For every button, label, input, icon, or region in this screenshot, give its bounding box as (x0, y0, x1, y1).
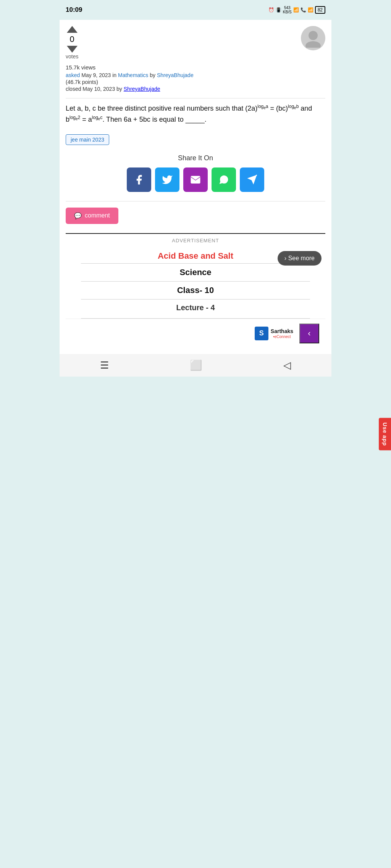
battery-icon: 82 (315, 6, 325, 14)
meta-info: 15.7k views asked May 9, 2023 in Mathema… (66, 64, 325, 92)
svg-point-1 (305, 41, 321, 48)
nav-back-button[interactable]: ◁ (283, 359, 291, 371)
network-speed: 543KB/S (283, 6, 292, 14)
share-section: Share It On (66, 154, 325, 192)
advertisement-section: ADVERTISEMENT › See more Acid Base and S… (66, 233, 325, 348)
points-line: (46.7k points) (66, 79, 325, 85)
twitter-share-button[interactable] (155, 167, 179, 192)
sarthaks-name: Sarthaks (271, 328, 293, 335)
vote-controls: 0 votes (66, 26, 78, 60)
ad-title: Acid Base and Salt (81, 245, 310, 264)
nav-menu-button[interactable]: ☰ (100, 359, 109, 371)
asked-date: May 9, 2023 (81, 72, 111, 78)
sarthaks-sub: •eConnect (271, 335, 293, 339)
ad-class: Class- 10 (81, 282, 310, 300)
vote-section: 0 votes (66, 26, 325, 60)
views-count: 15.7k views (66, 64, 325, 71)
tag-section: jee main 2023 (66, 134, 325, 145)
vote-down-button[interactable] (67, 46, 78, 53)
share-buttons (66, 167, 325, 192)
divider (66, 98, 325, 98)
status-bar: 10:09 ⏰ 📳 543KB/S 📶 📞 📶 82 (60, 0, 331, 20)
ad-label: ADVERTISEMENT (66, 234, 325, 245)
see-more-button[interactable]: › See more (278, 251, 322, 266)
svg-point-0 (309, 31, 318, 40)
asked-link[interactable]: asked (66, 72, 80, 78)
ad-footer: S Sarthaks •eConnect ‹ (66, 319, 325, 348)
jee-main-2023-tag[interactable]: jee main 2023 (66, 134, 109, 145)
closed-text: closed May 10, 2023 by (66, 86, 122, 92)
comment-label: comment (85, 212, 110, 219)
sarthaks-icon: S (255, 327, 268, 340)
telegram-share-button[interactable] (240, 167, 264, 192)
by-text: by (150, 72, 155, 78)
comment-section: 💬 comment (66, 201, 325, 224)
category-link[interactable]: Mathematics (118, 72, 148, 78)
in-text: in (112, 72, 116, 78)
vote-count: 0 (70, 34, 74, 45)
share-title: Share It On (66, 154, 325, 162)
avatar (301, 26, 325, 50)
asked-line: asked May 9, 2023 in Mathematics by Shre… (66, 72, 325, 78)
main-content: 0 votes 15.7k views asked May 9, 2023 in… (60, 20, 331, 354)
signal-icon: 📶 (308, 7, 313, 13)
back-button[interactable]: ‹ (299, 324, 319, 343)
closed-line: closed May 10, 2023 by ShreyaBhujade (66, 86, 325, 92)
ad-lecture: Lecture - 4 (81, 300, 310, 319)
downvote-arrow-icon (67, 46, 78, 53)
ad-content: › See more Acid Base and Salt Science Cl… (66, 245, 325, 348)
votes-label: votes (66, 53, 78, 60)
email-share-button[interactable] (183, 167, 208, 192)
vote-up-button[interactable] (67, 26, 78, 33)
nav-bar: ☰ ⬜ ◁ (60, 354, 331, 377)
sarthaks-logo: S Sarthaks •eConnect (255, 327, 293, 340)
comment-icon: 💬 (74, 212, 82, 219)
facebook-share-button[interactable] (127, 167, 151, 192)
status-time: 10:09 (66, 6, 82, 14)
whatsapp-share-button[interactable] (212, 167, 236, 192)
closed-by-link[interactable]: ShreyaBhujade (124, 86, 160, 92)
upvote-arrow-icon (67, 26, 78, 33)
wifi-icon: 📶 (293, 7, 299, 13)
author-link[interactable]: ShreyaBhujade (157, 72, 194, 78)
question-text: Let a, b, c be three distinct positive r… (66, 103, 325, 125)
ad-subject: Science (81, 264, 310, 282)
alarm-icon: ⏰ (268, 7, 274, 13)
comment-button[interactable]: 💬 comment (66, 208, 118, 224)
call-icon: 📞 (301, 7, 306, 13)
svg-marker-3 (247, 175, 257, 184)
status-icons: ⏰ 📳 543KB/S 📶 📞 📶 82 (268, 6, 325, 14)
nav-home-button[interactable]: ⬜ (190, 359, 202, 371)
vibrate-icon: 📳 (276, 7, 281, 13)
